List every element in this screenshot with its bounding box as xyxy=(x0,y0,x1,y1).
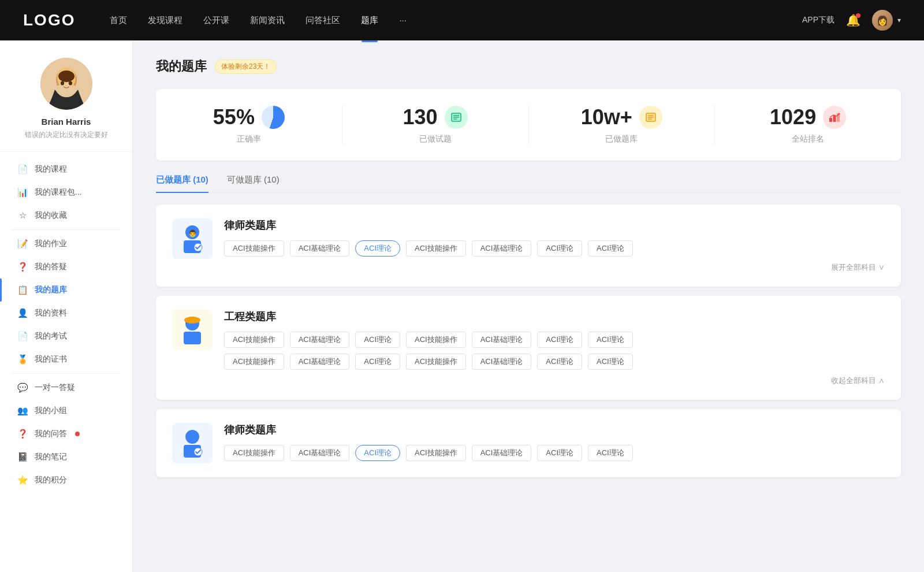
sidebar-label-exam: 我的考试 xyxy=(35,331,67,341)
eng-tag-basic-4[interactable]: ACI基础理论 xyxy=(472,354,532,370)
points-icon: ⭐ xyxy=(17,475,28,485)
stat-banks-done-top: 10w+ xyxy=(581,105,662,129)
svg-point-20 xyxy=(839,113,840,115)
lawyer2-tag-theory-1[interactable]: ACI理论 xyxy=(537,445,582,461)
main-content: 我的题库 体验剩余23天！ 55% 正确率 130 xyxy=(133,40,924,572)
stat-questions-done-top: 130 xyxy=(403,105,468,129)
profile-icon: 👤 xyxy=(17,308,28,318)
tab-available-banks[interactable]: 可做题库 (10) xyxy=(227,174,280,192)
stat-accuracy-label: 正确率 xyxy=(237,134,261,144)
lawyer2-tag-skill-2[interactable]: ACI技能操作 xyxy=(406,445,466,461)
package-icon: 📊 xyxy=(17,187,28,198)
eng-tag-basic-3[interactable]: ACI基础理论 xyxy=(290,354,350,370)
svg-point-3 xyxy=(58,70,74,82)
stat-questions-done-value: 130 xyxy=(403,105,438,129)
tag-aci-theory-1[interactable]: ACI理论 xyxy=(537,240,582,257)
sidebar-item-qa-help[interactable]: ❓ 我的答疑 xyxy=(0,255,132,278)
lawyer2-tag-basic-1[interactable]: ACI基础理论 xyxy=(290,445,350,461)
lawyer2-tag-basic-2[interactable]: ACI基础理论 xyxy=(472,445,532,461)
sidebar-item-certificate[interactable]: 🏅 我的证书 xyxy=(0,348,132,371)
nav-home[interactable]: 首页 xyxy=(110,13,127,28)
nav-open-course[interactable]: 公开课 xyxy=(203,13,229,28)
profile-avatar xyxy=(40,58,92,110)
sidebar-item-notes[interactable]: 📓 我的笔记 xyxy=(0,445,132,469)
star-icon: ☆ xyxy=(17,210,28,221)
sidebar-label-notes: 我的笔记 xyxy=(35,452,67,462)
page-title: 我的题库 xyxy=(156,58,207,75)
sidebar: Brian Harris 错误的决定比没有决定要好 📄 我的课程 📊 我的课程包… xyxy=(0,40,133,572)
qa-badge xyxy=(75,432,80,436)
nav-more[interactable]: ··· xyxy=(399,13,407,28)
notification-bell[interactable]: 🔔 xyxy=(846,13,860,27)
sidebar-profile: Brian Harris 错误的决定比没有决定要好 xyxy=(0,58,132,152)
avatar-image: 👩 xyxy=(872,10,893,31)
stat-ranking-label: 全站排名 xyxy=(792,134,824,144)
eng-tag-theory-3[interactable]: ACI理论 xyxy=(588,332,633,348)
sidebar-item-one-on-one[interactable]: 💬 一对一答疑 xyxy=(0,376,132,399)
sidebar-label-course-package: 我的课程包... xyxy=(35,187,82,198)
lawyer2-tag-theory-2[interactable]: ACI理论 xyxy=(588,445,633,461)
nav-news[interactable]: 新闻资讯 xyxy=(250,13,285,28)
svg-rect-18 xyxy=(833,116,836,122)
sidebar-item-points[interactable]: ⭐ 我的积分 xyxy=(0,469,132,492)
user-motto: 错误的决定比没有决定要好 xyxy=(25,130,108,140)
eng-tag-theory-6[interactable]: ACI理论 xyxy=(588,354,633,370)
sidebar-item-my-qa[interactable]: ❓ 我的问答 xyxy=(0,422,132,445)
tag-aci-basic-1[interactable]: ACI基础理论 xyxy=(290,240,350,257)
tab-done-banks[interactable]: 已做题库 (10) xyxy=(156,174,208,192)
tag-aci-skill-2[interactable]: ACI技能操作 xyxy=(406,240,466,257)
svg-point-6 xyxy=(69,81,72,86)
qbank-card-lawyer-1: 👨 律师类题库 ACI技能操作 ACI基础理论 ACI理论 ACI技能操作 AC… xyxy=(156,205,901,287)
nav-discover[interactable]: 发现课程 xyxy=(148,13,182,28)
sidebar-item-profile[interactable]: 👤 我的资料 xyxy=(0,302,132,325)
eng-tag-skill-4[interactable]: ACI技能操作 xyxy=(406,354,466,370)
eng-tag-basic-1[interactable]: ACI基础理论 xyxy=(290,332,350,348)
eng-tag-skill-3[interactable]: ACI技能操作 xyxy=(224,354,284,370)
user-avatar-menu[interactable]: 👩 ▾ xyxy=(872,10,901,31)
tag-aci-basic-2[interactable]: ACI基础理论 xyxy=(472,240,532,257)
lawyer2-tag-skill-1[interactable]: ACI技能操作 xyxy=(224,445,284,461)
qbank-content-lawyer-2: 律师类题库 ACI技能操作 ACI基础理论 ACI理论 ACI技能操作 ACI基… xyxy=(224,423,885,461)
course-icon: 📄 xyxy=(17,164,28,174)
navbar: LOGO 首页 发现课程 公开课 新闻资讯 问答社区 题库 ··· APP下载 … xyxy=(0,0,924,40)
sidebar-item-favorites[interactable]: ☆ 我的收藏 xyxy=(0,204,132,227)
sidebar-label-group: 我的小组 xyxy=(35,406,67,416)
sidebar-divider-1 xyxy=(12,229,121,230)
tag-aci-theory-2[interactable]: ACI理论 xyxy=(588,240,633,257)
app-download-button[interactable]: APP下载 xyxy=(802,15,834,25)
sidebar-item-questionbank[interactable]: 📋 我的题库 xyxy=(0,278,132,302)
sidebar-label-favorites: 我的收藏 xyxy=(35,210,67,221)
eng-tag-theory-5[interactable]: ACI理论 xyxy=(537,354,582,370)
qbank-header-lawyer-2: 律师类题库 ACI技能操作 ACI基础理论 ACI理论 ACI技能操作 ACI基… xyxy=(172,423,885,463)
qbank-tags-engineer-row2: ACI技能操作 ACI基础理论 ACI理论 ACI技能操作 ACI基础理论 AC… xyxy=(224,354,885,370)
sidebar-item-homework[interactable]: 📝 我的作业 xyxy=(0,232,132,255)
sidebar-item-course-package[interactable]: 📊 我的课程包... xyxy=(0,181,132,204)
svg-point-5 xyxy=(61,81,64,86)
qbank-title-engineer: 工程类题库 xyxy=(224,310,885,324)
eng-tag-theory-4[interactable]: ACI理论 xyxy=(355,354,400,370)
tabs-row: 已做题库 (10) 可做题库 (10) xyxy=(156,174,901,193)
eng-tag-basic-2[interactable]: ACI基础理论 xyxy=(472,332,532,348)
expand-lawyer-1[interactable]: 展开全部科目 ∨ xyxy=(224,262,885,273)
tag-aci-theory-active-1[interactable]: ACI理论 xyxy=(355,240,400,257)
lawyer2-tag-theory-active[interactable]: ACI理论 xyxy=(355,445,400,461)
sidebar-item-exam[interactable]: 📄 我的考试 xyxy=(0,325,132,348)
nav-questionbank[interactable]: 题库 xyxy=(361,13,378,28)
qbank-card-lawyer-2: 律师类题库 ACI技能操作 ACI基础理论 ACI理论 ACI技能操作 ACI基… xyxy=(156,409,901,477)
eng-tag-theory-2[interactable]: ACI理论 xyxy=(537,332,582,348)
tag-aci-skill-1[interactable]: ACI技能操作 xyxy=(224,240,284,257)
eng-tag-skill-2[interactable]: ACI技能操作 xyxy=(406,332,466,348)
sidebar-item-my-course[interactable]: 📄 我的课程 xyxy=(0,158,132,181)
collapse-engineer[interactable]: 收起全部科目 ∧ xyxy=(224,376,885,386)
sidebar-item-group[interactable]: 👥 我的小组 xyxy=(0,399,132,422)
qbank-header-lawyer-1: 👨 律师类题库 ACI技能操作 ACI基础理论 ACI理论 ACI技能操作 AC… xyxy=(172,218,885,273)
svg-rect-28 xyxy=(188,320,196,323)
svg-rect-17 xyxy=(829,118,832,122)
qbank-tags-lawyer-2: ACI技能操作 ACI基础理论 ACI理论 ACI技能操作 ACI基础理论 AC… xyxy=(224,445,885,461)
sidebar-label-one-on-one: 一对一答疑 xyxy=(35,382,75,393)
nav-qa[interactable]: 问答社区 xyxy=(305,13,340,28)
eng-tag-skill-1[interactable]: ACI技能操作 xyxy=(224,332,284,348)
stat-ranking-top: 1029 xyxy=(770,105,846,129)
eng-tag-theory-1[interactable]: ACI理论 xyxy=(355,332,400,348)
my-qa-icon: ❓ xyxy=(17,429,28,439)
